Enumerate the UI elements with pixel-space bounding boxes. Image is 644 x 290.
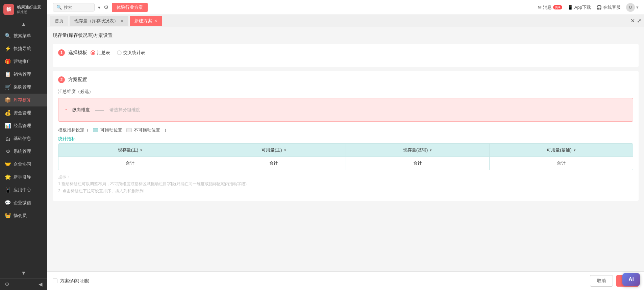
corporate-icon: 🤝	[5, 161, 11, 167]
save-checkbox[interactable]	[53, 279, 57, 283]
radio-cross-dot	[117, 50, 122, 55]
sidebar-item-sales[interactable]: 📋 销售管理	[0, 68, 47, 81]
stat-col-4-header[interactable]: 可用量(基辅) ▾	[490, 144, 633, 157]
message-badge: 99+	[553, 5, 562, 9]
dimension-area[interactable]: * 纵向维度 —— 请选择分组维度	[58, 98, 633, 122]
sidebar-scroll-down[interactable]: ▼	[0, 268, 47, 278]
operations-icon: 📊	[5, 123, 11, 129]
tab-inventory[interactable]: 现存量（库存状况表） ✕	[70, 16, 128, 26]
sidebar-item-label: 基础信息	[14, 136, 31, 142]
ai-assistant-button[interactable]: Ai	[622, 273, 640, 286]
save-label: 方案保存(可选)	[60, 278, 90, 284]
app-download-btn[interactable]: 📱 App下载	[568, 4, 591, 10]
sidebar-item-marketing[interactable]: 🎁 营销推广	[0, 55, 47, 68]
sidebar-item-label: 应用中心	[14, 187, 31, 193]
close-tab-btn[interactable]: ✕	[630, 18, 635, 24]
sidebar-item-appstore[interactable]: 📱 应用中心	[0, 184, 47, 196]
app-name: 畅康通好生意 标准版	[17, 4, 41, 15]
close-tab-new-scheme[interactable]: ✕	[154, 19, 157, 23]
stat-col-2-label: 可用量(主)	[262, 147, 282, 153]
trial-btn[interactable]: 体验行业方案	[112, 3, 148, 12]
page-title: 现存量(库存状况表)方案设置	[53, 32, 639, 39]
legend-draggable: 可拖动位置	[93, 127, 122, 133]
tip-1: 1.拖动标题栏可以调整布局，不可跨维度或指标区域拖动栏目字段(只能在同一维度或指…	[58, 181, 633, 187]
stats-table: 现存量(主) ▾ 合计 可用量(主) ▾ 合计	[58, 143, 633, 170]
stat-col-4-label: 可用量(基辅)	[547, 147, 572, 153]
sidebar-item-quicknav[interactable]: ⚡ 快捷导航	[0, 42, 47, 55]
message-btn[interactable]: ✉ 消息 99+	[538, 4, 562, 10]
gear-btn[interactable]: ⚙	[104, 4, 108, 10]
nondraggable-legend-box	[126, 128, 132, 132]
user-menu-btn[interactable]: U ▾	[626, 3, 639, 12]
sidebar-item-basic[interactable]: 🗂 基础信息	[0, 132, 47, 145]
sidebar-item-newbie[interactable]: 🌟 新手引导	[0, 171, 47, 184]
topbar-search-box[interactable]: 🔍	[53, 3, 95, 11]
step1-title: 选择模板	[68, 50, 87, 56]
main-area: 🔍 ▾ ⚙ 体验行业方案 ✉ 消息 99+ 📱 App下载 🎧 在线客服 U ▾	[47, 0, 644, 290]
scroll-down-btn[interactable]: ▼	[20, 269, 28, 277]
tip-2: 2. 点击标题栏下拉可设置排序、插入列和删除列	[58, 188, 633, 194]
message-icon: ✉	[538, 5, 542, 10]
app-download-icon: 📱	[568, 5, 573, 10]
settings-icon[interactable]: ⚙	[5, 281, 9, 287]
step2-badge: 2	[58, 76, 65, 83]
dropdown-btn[interactable]: ▾	[98, 5, 100, 10]
dimension-placeholder: 请选择分组维度	[109, 107, 140, 113]
tabs-bar: 首页 现存量（库存状况表） ✕ 新建方案 ✕ ✕ ⤢	[47, 15, 644, 27]
sales-icon: 📋	[5, 71, 11, 77]
step1-badge: 1	[58, 49, 65, 56]
stat-col-4-body: 合计	[490, 157, 633, 170]
app-download-label: App下载	[574, 4, 591, 10]
chevron-down-icon-2[interactable]: ▾	[284, 148, 286, 152]
sidebar-item-search[interactable]: 🔍 搜索菜单	[0, 29, 47, 42]
expand-tab-btn[interactable]: ⤢	[637, 18, 641, 24]
sidebar-item-inventory[interactable]: 📦 库存核算	[0, 94, 47, 106]
collapse-icon[interactable]: ◀	[39, 281, 43, 287]
tab-home[interactable]: 首页	[50, 16, 68, 26]
sidebar-item-label: 库存核算	[14, 97, 31, 103]
newbie-icon: 🌟	[5, 174, 11, 180]
chevron-down-icon-3[interactable]: ▾	[430, 148, 432, 152]
radio-summary-dot	[91, 50, 95, 55]
scroll-up-btn[interactable]: ▲	[20, 20, 28, 29]
radio-summary[interactable]: 汇总表	[91, 50, 110, 56]
chevron-down-icon-4[interactable]: ▾	[574, 148, 576, 152]
sidebar-item-label: 企业协同	[14, 161, 31, 167]
search-icon: 🔍	[56, 5, 62, 10]
stat-col-2-header[interactable]: 可用量(主) ▾	[202, 144, 345, 157]
tab-new-scheme-label: 新建方案	[134, 18, 152, 24]
tab-home-label: 首页	[55, 18, 64, 24]
marketing-icon: 🎁	[5, 58, 11, 65]
radio-cross[interactable]: 交叉统计表	[117, 50, 145, 56]
stat-col-1-header[interactable]: 现存量(主) ▾	[58, 144, 202, 157]
stat-col-1-label: 现存量(主)	[118, 147, 139, 153]
sidebar-item-wechat[interactable]: 💬 企业微信	[0, 196, 47, 209]
step1-header: 1 选择模板 汇总表 交叉统计表	[58, 49, 633, 56]
sidebar-item-member[interactable]: 👑 畅会员	[0, 209, 47, 222]
chevron-down-icon-1[interactable]: ▾	[140, 148, 142, 152]
sidebar-item-corporate[interactable]: 🤝 企业协同	[0, 158, 47, 171]
purchase-icon: 🛒	[5, 84, 11, 90]
cancel-button[interactable]: 取消	[590, 275, 613, 287]
sidebar-item-purchase[interactable]: 🛒 采购管理	[0, 81, 47, 94]
legend-nondraggable: 不可拖动位置	[126, 127, 160, 133]
wechat-icon: 💬	[5, 200, 11, 206]
sidebar-scroll-up[interactable]: ▲	[0, 19, 47, 29]
online-service-btn[interactable]: 🎧 在线客服	[596, 4, 621, 10]
close-tab-inventory[interactable]: ✕	[120, 19, 124, 23]
appstore-icon: 📱	[5, 187, 11, 193]
sidebar-item-finance[interactable]: 💰 资金管理	[0, 106, 47, 119]
stats-title: 统计指标	[58, 136, 76, 141]
stat-col-3-header[interactable]: 现存量(基辅) ▾	[346, 144, 489, 157]
sidebar-item-operations[interactable]: 📊 经营管理	[0, 119, 47, 132]
sidebar-item-label: 系统管理	[14, 148, 31, 154]
inventory-icon: 📦	[5, 97, 11, 103]
tab-new-scheme[interactable]: 新建方案 ✕	[130, 16, 162, 26]
step2-section: 2 方案配置 汇总维度（必选） * 纵向维度 —— 请选择分组维度 模板指标设定…	[53, 71, 639, 201]
stat-col-1-body: 合计	[58, 157, 202, 170]
search-input[interactable]	[64, 5, 91, 10]
sidebar-item-label: 营销推广	[14, 58, 31, 65]
tips-section: 提示： 1.拖动标题栏可以调整布局，不可跨维度或指标区域拖动栏目字段(只能在同一…	[58, 174, 633, 194]
sidebar-item-system[interactable]: ⚙ 系统管理	[0, 145, 47, 158]
sidebar-item-label: 资金管理	[14, 110, 31, 116]
